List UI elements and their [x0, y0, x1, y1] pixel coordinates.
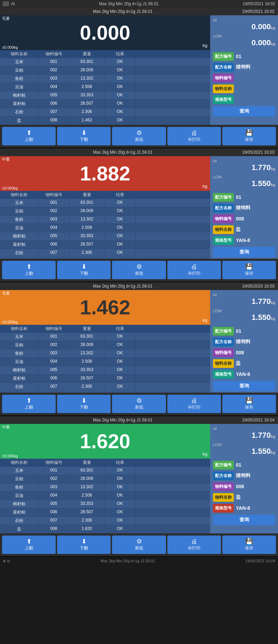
table-cell: 004 [38, 224, 70, 232]
btn-上翻[interactable]: ⬆上翻 [2, 127, 56, 145]
table-cell: 001 [38, 58, 70, 66]
table-cell: 2.306 [70, 517, 104, 525]
panel-3-hi-low: HI 1.770kg LOW 1.550kg [210, 290, 278, 325]
panel-1: Max 2kg Min 20g d=1g J1.58.0119/05/2021 … [0, 8, 278, 148]
sidebar-label: 物料名称 [213, 359, 234, 368]
query-button[interactable]: 查询 [213, 381, 275, 391]
btn-icon: ⚙ [136, 130, 142, 136]
sidebar-value: 盐 [236, 226, 241, 233]
table-cell: 棉籽粕 [0, 232, 38, 240]
sidebar-label: 规格型号 [213, 236, 234, 245]
panel-1-hi-low: HI 0.000kg LOW 0.000kg [210, 15, 278, 50]
sidebar-label: 物料编号 [213, 348, 234, 357]
btn-保存[interactable]: 💾保存 [222, 395, 276, 413]
table-row: 玉米00163.301OK [0, 467, 210, 475]
low-value: 1.550kg [252, 313, 275, 322]
table-cell: 33.353 [70, 500, 104, 508]
low-row: LOW 1.550kg [213, 443, 275, 456]
table-cell: 004 [38, 492, 70, 500]
table-row: 菜籽粕00628.507OK [0, 100, 210, 108]
btn-icon: ⬆ [26, 538, 32, 545]
panel-3-sidebar: 配方编号 01 配方名称 猪饲料 物料编号 008 物料名称 盐 规格型号 YA… [210, 325, 278, 393]
btn-保存[interactable]: 💾保存 [222, 127, 276, 145]
btn-下翻[interactable]: ⬇下翻 [57, 395, 111, 413]
btn-icon: 🖨 [191, 538, 197, 545]
btn-新批[interactable]: ⚙新批 [112, 261, 166, 279]
panel-1-sidebar: 配方编号 01 配方名称 猪饲料 物料编号 物料名称 规格型号 查询 [210, 50, 278, 125]
sidebar-label: 规格型号 [213, 370, 234, 379]
btn-下翻[interactable]: ⬇下翻 [57, 536, 111, 554]
table-cell: 007 [38, 108, 70, 116]
btn-label: 下翻 [80, 545, 88, 551]
table-header-row: 物料名称物料编号重量结果 [0, 459, 210, 467]
panel-2: Max 2kg Min 20g d=1g J1.58.0119/05/2021 … [0, 148, 278, 282]
panel-topbar-datetime: 19/05/2021 16:02 [242, 9, 275, 14]
panel-2-weight-display: 中重 1.882 ±0.000kg kg [0, 156, 210, 191]
panel-3-weight-display: 毛重 1.462 ±0.000kg kg [0, 290, 210, 325]
btn-补打印[interactable]: 🖨补打印 [167, 395, 221, 413]
table-row: 棉籽粕00533.353OK [0, 91, 210, 100]
sidebar-value: 008 [236, 350, 244, 355]
sidebar-info-row-3: 物料名称 [213, 84, 275, 94]
weight-label: 毛重 [2, 16, 10, 21]
btn-新批[interactable]: ⚙新批 [112, 395, 166, 413]
table-header-cell: 重量 [70, 191, 104, 199]
query-button[interactable]: 查询 [213, 247, 275, 257]
query-button[interactable]: 查询 [213, 106, 275, 116]
table-cell: 2.508 [70, 492, 104, 500]
big-weight: 0.000 [80, 23, 130, 43]
sidebar-info-row-2: 物料编号 008 [213, 482, 275, 491]
table-cell: 盐 [0, 116, 38, 124]
table-cell: OK [104, 91, 136, 99]
query-button[interactable]: 查询 [213, 515, 275, 525]
table-cell: 鱼粉 [0, 349, 38, 357]
btn-icon: 💾 [245, 130, 253, 136]
table-cell: 002 [38, 207, 70, 215]
table-cell: 石粉 [0, 108, 38, 116]
table-header-cell: 重量 [70, 459, 104, 467]
btn-上翻[interactable]: ⬆上翻 [2, 536, 56, 554]
table-cell: 005 [38, 91, 70, 99]
table-header-cell: 物料编号 [38, 459, 70, 467]
table-cell: 豆油 [0, 224, 38, 232]
bottom-left: ⊕ ⊖ [3, 559, 10, 563]
btn-label: 下翻 [80, 271, 88, 276]
table-cell: 1.462 [70, 116, 104, 124]
sidebar-label: 配方编号 [213, 461, 234, 469]
table-header-cell: 结果 [104, 459, 136, 467]
table-cell: OK [104, 525, 136, 533]
low-row: LOW 1.550kg [213, 309, 275, 322]
hi-unit: kg [271, 26, 275, 30]
table-cell: OK [104, 66, 136, 74]
panel-topbar-center: Max 2kg Min 20g d=1g J1.58.01 [93, 150, 152, 155]
table-cell: 001 [38, 199, 70, 207]
table-cell: OK [104, 341, 136, 349]
btn-icon: ⬇ [81, 130, 87, 136]
table-cell: 008 [38, 116, 70, 124]
btn-label: 补打印 [188, 404, 200, 410]
table-cell: OK [104, 216, 136, 224]
top-status-bar: Ai Max 2kg Min 20g d=1g J1.58.01 19/05/2… [0, 0, 278, 8]
btn-新批[interactable]: ⚙新批 [112, 127, 166, 145]
btn-补打印[interactable]: 🖨补打印 [167, 127, 221, 145]
panel-1-topbar: Max 2kg Min 20g d=1g J1.58.0119/05/2021 … [0, 8, 278, 15]
panel-3-table: 物料名称物料编号重量结果玉米00163.301OK豆粕00228.009OK鱼粉… [0, 325, 210, 393]
btn-保存[interactable]: 💾保存 [222, 261, 276, 279]
btn-新批[interactable]: ⚙新批 [112, 536, 166, 554]
table-cell: 玉米 [0, 58, 38, 66]
table-cell: 33.353 [70, 366, 104, 374]
sidebar-info-row-1: 配方名称 猪饲料 [213, 337, 275, 347]
sidebar-info-row-0: 配方编号 01 [213, 192, 275, 202]
table-cell: 鱼粉 [0, 483, 38, 491]
btn-补打印[interactable]: 🖨补打印 [167, 261, 221, 279]
btn-上翻[interactable]: ⬆上翻 [2, 261, 56, 279]
btn-label: 保存 [245, 271, 253, 276]
panel-topbar-center: Max 2kg Min 20g d=1g J1.58.01 [93, 418, 152, 422]
btn-下翻[interactable]: ⬇下翻 [57, 261, 111, 279]
btn-上翻[interactable]: ⬆上翻 [2, 395, 56, 413]
btn-补打印[interactable]: 🖨补打印 [167, 536, 221, 554]
btn-保存[interactable]: 💾保存 [222, 536, 276, 554]
table-cell: OK [104, 500, 136, 508]
btn-label: 上翻 [25, 545, 33, 551]
btn-下翻[interactable]: ⬇下翻 [57, 127, 111, 145]
